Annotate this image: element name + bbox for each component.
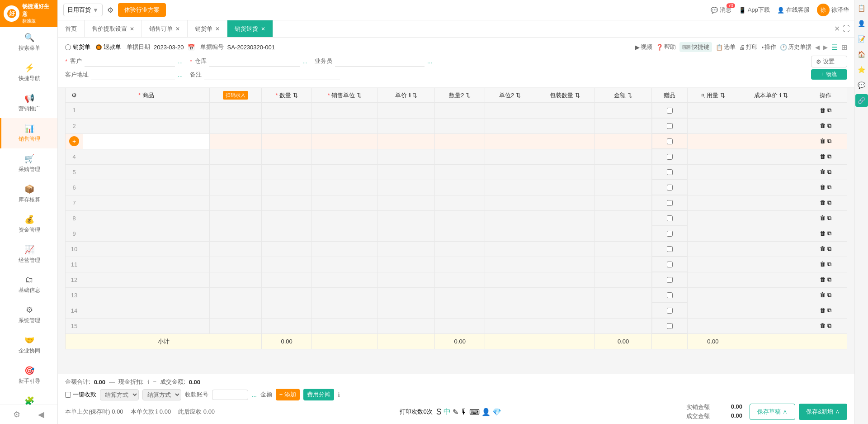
tab-maximize-icon[interactable]: ⛶ [843,25,850,33]
tab-sales-order[interactable]: 销售订单 ✕ [142,20,188,38]
gift-checkbox-12[interactable] [667,277,673,283]
tool6-icon[interactable]: 💎 [492,408,501,416]
online-service-btn[interactable]: 👤 在线客服 [777,6,810,14]
copy-row-15-icon[interactable]: ⧉ [827,322,831,329]
select-btn[interactable]: 📋 选单 [716,43,736,51]
gift-checkbox-4[interactable] [667,154,673,160]
add-logistics-btn[interactable]: + 物流 [811,69,847,80]
delete-row-9-icon[interactable]: 🗑 [820,230,826,237]
copy-row-12-icon[interactable]: ⧉ [827,276,831,283]
save-new-btn[interactable]: 保存&新增 ∧ [799,404,847,420]
salesperson-ellipsis-btn[interactable]: ... [427,58,432,65]
history-btn[interactable]: 🕐 历史单据 [780,43,811,51]
copy-row-10-icon[interactable]: ⧉ [827,245,831,252]
warehouse-ellipsis-btn[interactable]: ... [302,58,307,65]
right-panel-icon-1[interactable]: 📋 [855,2,868,14]
settings-footer-icon[interactable]: ⚙ [13,410,20,419]
gift-checkbox-11[interactable] [667,262,673,267]
prev-record-icon[interactable]: ◀ [815,44,820,51]
radio-sales[interactable]: 销货单 [65,43,90,51]
sidebar-item-inventory[interactable]: 📦 库存核算 [0,179,57,209]
gift-checkbox-3[interactable] [667,138,673,144]
copy-row-2-icon[interactable]: ⧉ [827,122,831,129]
delete-row-6-icon[interactable]: 🗑 [820,184,826,191]
tab-close-sales-icon[interactable]: ✕ [215,26,220,32]
gift-checkbox-5[interactable] [667,169,673,175]
copy-row-9-icon[interactable]: ⧉ [827,230,831,237]
sidebar-item-finance[interactable]: 💰 资金管理 [0,209,57,239]
delete-row-3-icon[interactable]: 🗑 [820,138,826,145]
arrearage-info-icon[interactable]: ℹ [156,408,158,415]
account-ellipsis-btn[interactable]: ... [252,391,257,398]
right-panel-icon-5[interactable]: ⭐ [855,63,868,76]
tab-close-window-icon[interactable]: ✕ [834,24,840,33]
customer-input[interactable] [85,56,175,67]
delete-row-14-icon[interactable]: 🗑 [820,307,826,314]
topbar-gear-icon[interactable]: ⚙ [105,4,115,16]
warehouse-input[interactable]: 总仓 [209,56,300,67]
sidebar-item-management[interactable]: 📈 经营管理 [0,239,57,270]
calendar-icon[interactable]: 📅 [188,44,195,51]
sidebar-item-purchase[interactable]: 🛒 采购管理 [0,148,57,179]
sidebar-item-appstore[interactable]: 🧩 应用中心 [0,391,57,405]
message-btn[interactable]: 💬 消息 70 [711,6,731,14]
copy-row-4-icon[interactable]: ⧉ [827,153,831,160]
tool3-icon[interactable]: 🎙 [460,408,467,416]
settlement-select[interactable]: 结算方式 [100,389,139,400]
right-panel-icon-7[interactable]: 🔗 [855,94,868,107]
delete-row-2-icon[interactable]: 🗑 [820,122,826,129]
add-fee-btn[interactable]: + 添加 [276,389,300,400]
sidebar-item-sales[interactable]: 📊 销售管理 [0,118,57,148]
scan-input-btn[interactable]: 扫码录入 [223,91,248,100]
sidebar-item-system[interactable]: ⚙ 系统管理 [0,300,57,330]
grid-view-icon[interactable]: ⊞ [841,43,847,52]
copy-row-1-icon[interactable]: ⧉ [827,107,831,114]
tab-price-settings[interactable]: 售价提取设置 ✕ [85,20,142,38]
delete-row-4-icon[interactable]: 🗑 [820,153,826,160]
calculate-select[interactable]: 结算方式 [142,389,181,400]
copy-row-14-icon[interactable]: ⧉ [827,307,831,314]
gift-checkbox-1[interactable] [667,108,673,114]
gift-checkbox-8[interactable] [667,215,673,221]
app-download-btn[interactable]: 📱 App下载 [739,6,770,14]
fee-split-btn[interactable]: 费用分摊 [303,389,334,400]
column-setting-btn[interactable]: ⚙ 设置 [811,56,847,67]
operate-btn[interactable]: ▪ 操作 [761,43,776,51]
delete-row-12-icon[interactable]: 🗑 [820,276,826,283]
video-btn[interactable]: ▶ 视频 [635,43,652,51]
tool4-icon[interactable]: ⌨ [469,408,480,416]
delete-row-1-icon[interactable]: 🗑 [820,107,826,114]
next-record-icon[interactable]: ▶ [823,44,828,51]
gift-checkbox-9[interactable] [667,231,673,237]
copy-row-8-icon[interactable]: ⧉ [827,214,831,222]
gift-checkbox-13[interactable] [667,292,673,298]
delete-row-11-icon[interactable]: 🗑 [820,261,826,268]
user-profile[interactable]: 徐 徐泽华 [817,4,849,16]
list-view-icon[interactable]: ☰ [831,43,838,52]
notes-input[interactable] [204,69,340,80]
add-row-btn[interactable]: + [69,136,79,146]
help-btn[interactable]: ❓ 帮助 [656,43,676,51]
delete-row-15-icon[interactable]: 🗑 [820,322,826,329]
print-btn[interactable]: 🖨 打印 [739,43,758,51]
fee-split-info-icon[interactable]: ℹ [338,391,340,398]
delete-row-5-icon[interactable]: 🗑 [820,168,826,176]
tool5-icon[interactable]: 👤 [481,408,491,416]
tab-sales[interactable]: 销货单 ✕ [188,20,227,38]
tool1-icon[interactable]: 中 [443,407,451,417]
delete-row-7-icon[interactable]: 🗑 [820,199,826,206]
address-ellipsis-btn[interactable]: ... [178,71,183,78]
sidebar-item-quicknav[interactable]: ⚡ 快捷导航 [0,57,57,88]
salesperson-input[interactable]: 选择... [335,56,425,67]
tab-home[interactable]: 首页 [58,20,85,38]
sidebar-item-marketing[interactable]: 📢 营销推广 [0,88,57,118]
copy-row-7-icon[interactable]: ⧉ [827,199,831,206]
copy-row-13-icon[interactable]: ⧉ [827,291,831,299]
shortcut-btn[interactable]: ⌨ 快捷键 [679,42,712,52]
sidebar-item-search[interactable]: 🔍 搜索菜单 [0,27,57,57]
gift-checkbox-14[interactable] [667,308,673,314]
discount-info-icon[interactable]: ℹ [147,379,150,386]
customer-ellipsis-btn[interactable]: ... [178,58,183,65]
radio-sales-input[interactable] [65,44,71,50]
right-panel-icon-2[interactable]: 👤 [855,17,868,30]
